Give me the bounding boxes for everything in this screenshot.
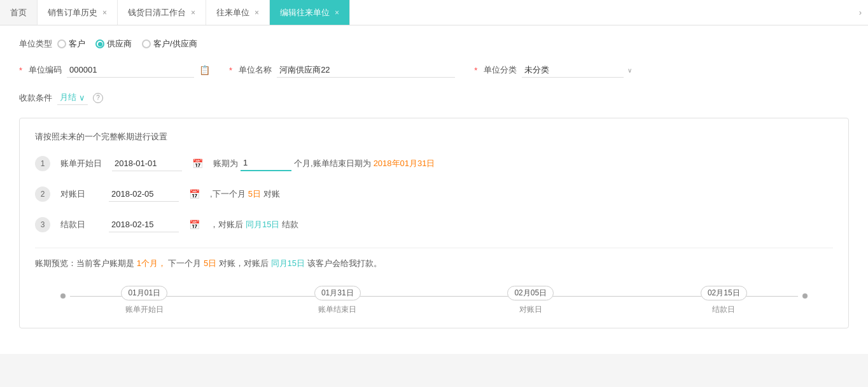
radio-circle-both <box>142 39 151 48</box>
reconcile-desc-prefix: ,下一个月 <box>210 188 246 200</box>
row-label-2: 对账日 <box>60 188 99 200</box>
tab-more-button[interactable]: › <box>853 0 868 25</box>
unit-code-field: * 单位编码 📋 <box>19 62 210 78</box>
tab-sales-history[interactable]: 销售订单历史 × <box>38 0 118 25</box>
payment-terms-field: 收款条件 月结 ∨ ? <box>19 90 103 105</box>
timeline-container: 01月01日 账单开始日 01月31日 账单结束日 02月05日 对账 <box>35 286 833 315</box>
settlement-desc-prefix: ，对账后 <box>210 219 243 230</box>
row-num-2: 2 <box>35 186 50 202</box>
required-star-category: * <box>474 66 477 75</box>
preview-highlight-3: 同月15日 <box>271 258 305 268</box>
start-date-input[interactable] <box>112 156 182 171</box>
radio-circle-customer <box>57 39 66 48</box>
tab-cash-workbench[interactable]: 钱货日清工作台 × <box>118 0 206 25</box>
settlement-date-input[interactable] <box>109 217 179 232</box>
settlement-desc-suffix: 结款 <box>282 219 298 230</box>
timeline-node-1: 01月01日 账单开始日 <box>48 286 241 315</box>
row-desc-2: ,下一个月 5日 对账 <box>210 188 280 200</box>
timeline-node-3: 02月05日 对账日 <box>434 286 627 315</box>
required-star-code: * <box>19 66 22 75</box>
radio-supplier[interactable]: 供应商 <box>95 38 132 50</box>
settlement-day-highlight: 同月15日 <box>246 219 279 230</box>
period-desc-prefix: 账期为 <box>213 158 238 169</box>
cal-icon-1[interactable]: 📅 <box>192 158 203 169</box>
unit-type-field: 单位类型 客户 供应商 客户/供应商 <box>19 38 197 50</box>
tab-close-partner[interactable]: × <box>255 8 259 17</box>
category-select-wrapper[interactable]: ∨ <box>522 62 632 78</box>
unit-name-input[interactable] <box>277 62 455 78</box>
section-title: 请按照未来的一个完整帐期进行设置 <box>35 131 833 143</box>
payment-terms-value: 月结 <box>60 92 76 103</box>
preview-text-mid1: 下一个月 <box>168 258 201 268</box>
unit-type-label: 单位类型 <box>19 38 52 50</box>
reconcile-desc-suffix: 对账 <box>263 188 280 200</box>
tab-close-cash-workbench[interactable]: × <box>191 8 195 17</box>
help-icon[interactable]: ? <box>93 93 103 103</box>
preview-highlight-2: 5日 <box>204 258 216 268</box>
cal-icon-3[interactable]: 📅 <box>189 220 200 230</box>
preview-highlight-1: 1个月， <box>137 258 166 268</box>
row-label-3: 结款日 <box>60 219 99 230</box>
unit-category-label: 单位分类 <box>484 64 517 76</box>
unit-name-label: 单位名称 <box>239 64 272 76</box>
copy-icon[interactable]: 📋 <box>199 65 210 75</box>
reconcile-day-highlight: 5日 <box>248 188 261 200</box>
setup-row-3: 3 结款日 📅 ，对账后 同月15日 结款 <box>35 217 833 232</box>
timeline-caption-2: 账单结束日 <box>318 304 356 315</box>
row-label-1: 账单开始日 <box>60 158 102 169</box>
timeline-badge-1: 01月01日 <box>121 286 167 300</box>
chevron-right-icon: › <box>859 8 862 17</box>
preview-text-end: 该客户会给我打款。 <box>307 258 382 268</box>
chevron-down-icon: ∨ <box>627 67 632 74</box>
main-content: 单位类型 客户 供应商 客户/供应商 * 单位编码 <box>0 25 868 354</box>
preview-text: 账期预览：当前客户账期是 1个月， 下一个月 5日 对账，对账后 同月15日 该… <box>35 256 833 271</box>
preview-text-mid2: 对账，对账后 <box>219 258 269 268</box>
chevron-down-payment-icon: ∨ <box>79 93 85 102</box>
payment-terms-row: 收款条件 月结 ∨ ? <box>19 90 849 105</box>
radio-customer[interactable]: 客户 <box>57 38 85 50</box>
radio-circle-supplier <box>95 39 104 48</box>
tab-close-sales-history[interactable]: × <box>102 8 107 17</box>
cal-icon-2[interactable]: 📅 <box>189 189 200 199</box>
tab-close-edit-partner[interactable]: × <box>335 8 339 17</box>
unit-name-field: * 单位名称 <box>229 62 455 78</box>
row-desc-1: 账期为 个月,账单结束日期为 2018年01月31日 <box>213 155 435 171</box>
preview-label: 账期预览：当前客户账期是 <box>35 258 134 268</box>
setup-section: 请按照未来的一个完整帐期进行设置 1 账单开始日 📅 账期为 个月,账单结束日期… <box>19 118 849 328</box>
end-date-highlight: 2018年01月31日 <box>374 158 435 169</box>
unit-info-row: * 单位编码 📋 * 单位名称 * 单位分类 ∨ <box>19 62 849 78</box>
row-desc-3: ，对账后 同月15日 结款 <box>210 219 298 230</box>
timeline-node-2: 01月31日 账单结束日 <box>241 286 435 315</box>
timeline-caption-4: 结款日 <box>712 304 735 315</box>
setup-row-1: 1 账单开始日 📅 账期为 个月,账单结束日期为 2018年01月31日 <box>35 155 833 171</box>
timeline-badge-3: 02月05日 <box>507 286 554 300</box>
unit-code-input[interactable] <box>67 62 194 78</box>
timeline-caption-1: 账单开始日 <box>125 304 164 315</box>
timeline-nodes: 01月01日 账单开始日 01月31日 账单结束日 02月05日 对账 <box>48 286 820 315</box>
tab-home[interactable]: 首页 <box>0 0 38 25</box>
section-divider <box>35 248 833 248</box>
row-num-3: 3 <box>35 217 50 232</box>
unit-category-field: * 单位分类 ∨ <box>474 62 632 78</box>
tab-partner[interactable]: 往来单位 × <box>206 0 270 25</box>
payment-terms-label: 收款条件 <box>19 92 52 104</box>
timeline-badge-4: 02月15日 <box>701 286 747 300</box>
period-input[interactable] <box>241 155 291 171</box>
radio-label-customer: 客户 <box>69 38 85 50</box>
unit-type-row: 单位类型 客户 供应商 客户/供应商 <box>19 38 849 50</box>
reconcile-date-input[interactable] <box>109 186 179 202</box>
timeline-node-4: 02月15日 结款日 <box>627 286 821 315</box>
radio-group-unit-type: 客户 供应商 客户/供应商 <box>57 38 197 50</box>
setup-row-2: 2 对账日 📅 ,下一个月 5日 对账 <box>35 186 833 202</box>
unit-code-label: 单位编码 <box>29 64 62 76</box>
timeline-badge-2: 01月31日 <box>314 286 361 300</box>
category-input[interactable] <box>522 62 624 78</box>
tab-edit-partner[interactable]: 编辑往来单位 × <box>270 0 350 25</box>
row-num-1: 1 <box>35 156 50 171</box>
tab-bar: 首页 销售订单历史 × 钱货日清工作台 × 往来单位 × 编辑往来单位 × › <box>0 0 868 25</box>
required-star-name: * <box>229 66 232 75</box>
payment-terms-select[interactable]: 月结 ∨ <box>57 90 88 105</box>
timeline-caption-3: 对账日 <box>519 304 542 315</box>
period-desc-suffix: 个月,账单结束日期为 <box>294 158 371 169</box>
radio-both[interactable]: 客户/供应商 <box>142 38 197 50</box>
